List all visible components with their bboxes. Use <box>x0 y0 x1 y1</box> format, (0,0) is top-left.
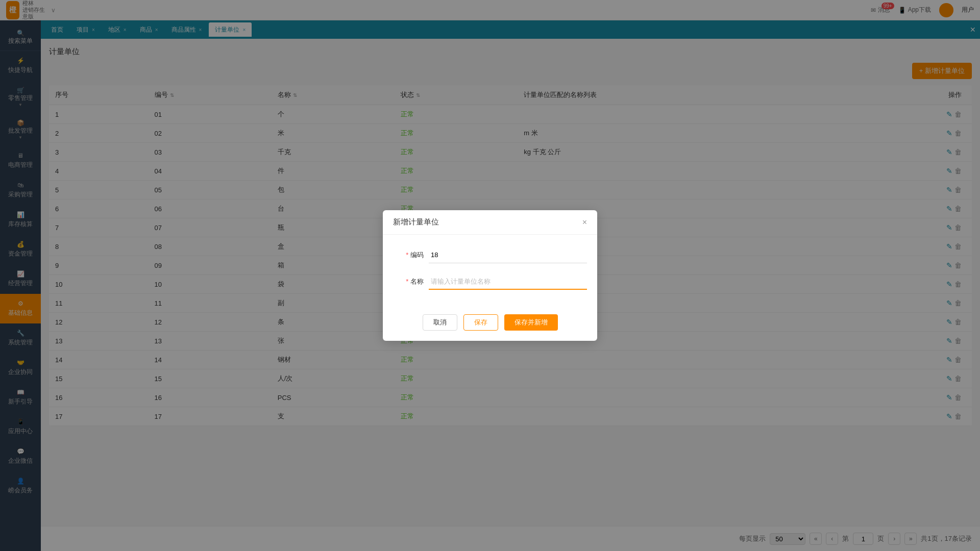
name-required-marker: * <box>406 278 408 285</box>
modal-overlay: 新增计量单位 × * 编码 * 名称 取消 保存 保存并新增 <box>0 0 980 551</box>
save-and-new-button[interactable]: 保存并新增 <box>504 314 558 331</box>
name-input[interactable] <box>429 273 587 290</box>
code-label: * 编码 <box>393 251 424 260</box>
code-form-row: * 编码 <box>393 247 587 263</box>
modal-footer: 取消 保存 保存并新增 <box>383 308 597 341</box>
add-unit-modal: 新增计量单位 × * 编码 * 名称 取消 保存 保存并新增 <box>383 210 597 341</box>
modal-body: * 编码 * 名称 <box>383 235 597 308</box>
code-input[interactable] <box>429 247 587 263</box>
modal-header: 新增计量单位 × <box>383 210 597 235</box>
name-form-row: * 名称 <box>393 273 587 290</box>
code-required-marker: * <box>406 251 408 259</box>
save-button[interactable]: 保存 <box>463 314 498 331</box>
cancel-button[interactable]: 取消 <box>423 314 457 331</box>
modal-close-button[interactable]: × <box>582 218 587 227</box>
modal-title: 新增计量单位 <box>393 217 439 227</box>
name-label: * 名称 <box>393 277 424 286</box>
